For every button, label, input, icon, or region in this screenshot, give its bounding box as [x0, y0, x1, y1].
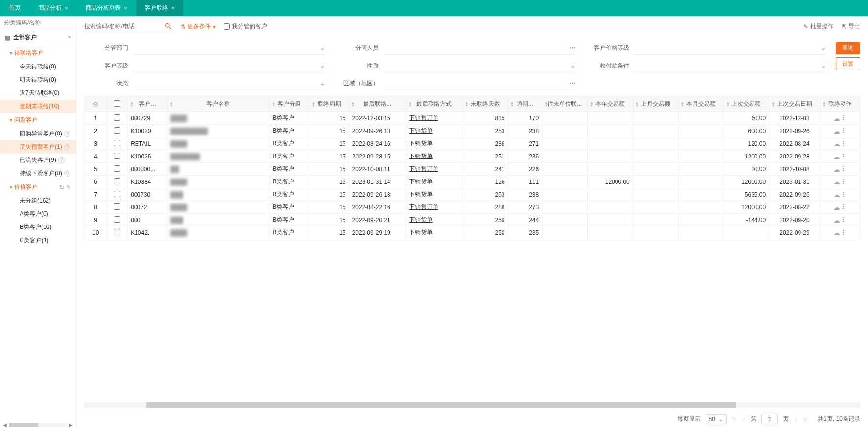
- prev-page-icon[interactable]: ‹: [742, 416, 746, 423]
- sidebar-hscroll[interactable]: ◀ ▶: [0, 421, 76, 428]
- sort-icon[interactable]: ▲▼: [771, 101, 775, 107]
- my-customers-checkbox[interactable]: 我分管的客户: [224, 23, 267, 31]
- contact-way-link[interactable]: 下销售订单: [409, 165, 438, 172]
- sidebar-item[interactable]: 近7天待联络(0): [0, 87, 76, 100]
- row-checkbox[interactable]: [114, 203, 120, 210]
- sidebar-item[interactable]: A类客户(0): [0, 207, 76, 221]
- filter-region-select[interactable]: [384, 76, 575, 90]
- sidebar-item[interactable]: B类客户(10): [0, 221, 76, 234]
- first-page-icon[interactable]: |‹: [731, 416, 737, 423]
- col-header[interactable]: ▲▼上次交易额: [724, 96, 769, 112]
- help-icon[interactable]: ?: [64, 170, 70, 177]
- help-icon[interactable]: ?: [64, 144, 70, 150]
- col-header[interactable]: [107, 96, 128, 112]
- contact-way-link[interactable]: 下销货单: [409, 153, 433, 159]
- contact-way-link[interactable]: 下销货单: [409, 127, 433, 134]
- col-header[interactable]: ▲▼往来单位联...: [542, 96, 588, 112]
- col-header[interactable]: ▲▼上月交易额: [633, 96, 678, 112]
- table-row[interactable]: 3RETAIL████B类客户152022-08-24 16:下销货单28627…: [85, 137, 860, 150]
- table-row[interactable]: 5000000...██B类客户152022-10-08 11:下销售订单241…: [85, 163, 860, 176]
- next-page-icon[interactable]: ›: [794, 416, 798, 423]
- wechat-icon[interactable]: ☁: [833, 114, 840, 122]
- sidebar-item[interactable]: 流失预警客户(1)?: [0, 140, 76, 154]
- search-input[interactable]: [84, 21, 164, 32]
- sidebar-item[interactable]: 今天待联络(0): [0, 60, 76, 73]
- wechat-icon[interactable]: ☁: [833, 165, 840, 173]
- sort-icon[interactable]: ▲▼: [510, 101, 514, 107]
- filter-custlevel-select[interactable]: ⌄: [133, 59, 325, 72]
- sidebar-group[interactable]: 待联络客户: [0, 46, 76, 60]
- table-row[interactable]: 9000███B类客户152022-09-20 21:下销货单259244-14…: [85, 214, 860, 226]
- row-checkbox[interactable]: [114, 140, 120, 146]
- wechat-icon[interactable]: ☁: [833, 229, 840, 237]
- sort-icon[interactable]: ▲▼: [272, 101, 275, 107]
- sidebar-item[interactable]: 回购异常客户(0)?: [0, 127, 76, 140]
- gear-icon[interactable]: ⚙: [92, 100, 99, 108]
- more-conditions-button[interactable]: ⚗ 更多条件 ▾: [180, 23, 216, 31]
- col-header[interactable]: ▲▼联络动作: [820, 96, 860, 112]
- sidebar-item[interactable]: 持续下滑客户(0)?: [0, 167, 76, 180]
- settings-button[interactable]: 设置: [836, 57, 860, 70]
- col-header[interactable]: ▲▼客户名称: [167, 96, 270, 112]
- col-header[interactable]: ▲▼客户...: [128, 96, 167, 112]
- wechat-icon[interactable]: ☁: [833, 153, 840, 160]
- row-checkbox[interactable]: [114, 229, 120, 235]
- filter-dept-select[interactable]: ⌄: [133, 41, 325, 55]
- col-header[interactable]: ⚙: [85, 96, 107, 112]
- scroll-right-icon[interactable]: ▶: [69, 422, 73, 428]
- refresh-icon[interactable]: ↻: [59, 184, 64, 191]
- contact-way-link[interactable]: 下销货单: [409, 229, 433, 236]
- row-checkbox[interactable]: [114, 114, 120, 121]
- more-icon[interactable]: ⠿: [842, 203, 846, 211]
- sidebar-item[interactable]: 已流失客户(9)?: [0, 154, 76, 167]
- export-button[interactable]: ⇱ 导出: [842, 23, 860, 31]
- table-row[interactable]: 4K10026███████B类客户152022-09-28 15:下销货单25…: [85, 150, 860, 163]
- select-all-checkbox[interactable]: [114, 100, 120, 107]
- filter-status-select[interactable]: ⌄: [133, 76, 325, 90]
- sort-icon[interactable]: ▲▼: [822, 101, 826, 107]
- sidebar-group[interactable]: 价值客户↻✎: [0, 180, 76, 194]
- table-row[interactable]: 6K10384████B类客户152023-01-31 14:下销货单12611…: [85, 176, 860, 188]
- more-icon[interactable]: ⠿: [842, 229, 846, 237]
- filter-staff-select[interactable]: [384, 41, 575, 55]
- col-header[interactable]: ▲▼未联络天数: [462, 96, 508, 112]
- close-icon[interactable]: ×: [171, 5, 175, 12]
- tab-客户联络[interactable]: 客户联络×: [136, 0, 183, 16]
- tab-首页[interactable]: 首页: [0, 0, 29, 16]
- filter-payterm-select[interactable]: ⌄: [634, 59, 826, 72]
- more-icon[interactable]: ⠿: [842, 216, 846, 224]
- close-icon[interactable]: ×: [124, 5, 127, 12]
- contact-way-link[interactable]: 下销售订单: [409, 114, 438, 121]
- sort-icon[interactable]: ▲▼: [590, 101, 594, 107]
- row-checkbox[interactable]: [114, 191, 120, 197]
- help-icon[interactable]: ?: [58, 157, 65, 163]
- contact-way-link[interactable]: 下销货单: [409, 191, 433, 198]
- sort-icon[interactable]: ▲▼: [351, 101, 355, 107]
- sidebar-item[interactable]: 逾期未联络(10): [0, 100, 76, 113]
- table-row[interactable]: 800072████B类客户152022-08-22 16:下销售订单28827…: [85, 201, 860, 214]
- row-checkbox[interactable]: [114, 165, 120, 172]
- col-header[interactable]: ▲▼逾期...: [508, 96, 542, 112]
- sort-icon[interactable]: ▲▼: [681, 101, 685, 107]
- sort-icon[interactable]: ▲▼: [311, 101, 315, 107]
- table-row[interactable]: 7000730███B类客户152022-09-26 18:下销货单253238…: [85, 188, 860, 201]
- col-header[interactable]: ▲▼本年交易额: [587, 96, 633, 112]
- sort-icon[interactable]: ▲▼: [726, 101, 730, 107]
- col-header[interactable]: ▲▼上次交易日期: [769, 96, 820, 112]
- wechat-icon[interactable]: ☁: [833, 191, 840, 199]
- sidebar-group[interactable]: 问题客户: [0, 113, 76, 127]
- more-icon[interactable]: ⠿: [842, 191, 846, 199]
- page-number-input[interactable]: [761, 414, 778, 424]
- sort-icon[interactable]: ▲▼: [635, 101, 639, 107]
- sort-icon[interactable]: ▲▼: [130, 101, 134, 107]
- table-row[interactable]: 1000729████B类客户152022-12-03 15:下销售订单8151…: [85, 112, 860, 125]
- row-checkbox[interactable]: [114, 153, 120, 159]
- table-hscroll[interactable]: [84, 402, 860, 408]
- tab-商品分析[interactable]: 商品分析×: [29, 0, 77, 16]
- sort-icon[interactable]: ▲▼: [169, 101, 173, 107]
- sidebar-item[interactable]: C类客户(1): [0, 234, 76, 247]
- wechat-icon[interactable]: ☁: [833, 127, 840, 135]
- contact-way-link[interactable]: 下销售订单: [409, 203, 438, 210]
- wechat-icon[interactable]: ☁: [833, 203, 840, 211]
- sidebar-item[interactable]: 明天待联络(0): [0, 73, 76, 87]
